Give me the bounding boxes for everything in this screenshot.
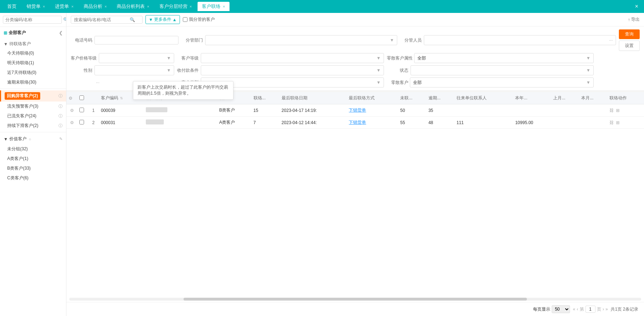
already-churned[interactable]: 已流失客户(24) ⓘ [0, 111, 66, 121]
select-all-checkbox[interactable] [79, 95, 84, 100]
next-page-button[interactable]: › [603, 307, 604, 312]
row-1-checkbox[interactable] [79, 108, 84, 112]
status-select[interactable]: ▼ [411, 65, 594, 75]
tab-home[interactable]: 首页 [3, 2, 21, 11]
my-customers-checkbox[interactable] [183, 17, 187, 22]
col-company-contact: 往来单位联系人 [454, 92, 513, 104]
department-select[interactable]: ▼ [205, 35, 397, 45]
gender-select[interactable]: ▼ [94, 65, 174, 75]
tab-analysis-list[interactable]: 商品分析列表 × [112, 2, 153, 11]
value-customers-group[interactable]: ▼ 价值客户 ○ ✎ [0, 134, 66, 144]
churn-warning[interactable]: 流失预警客户(3) ⓘ [0, 102, 66, 111]
edit-icon[interactable]: ✎ [59, 137, 62, 141]
tab-customer-tier[interactable]: 客户分层经营 × [155, 2, 196, 11]
tab-purchase[interactable]: 进货单 × [51, 2, 78, 11]
first-page-button[interactable]: « [573, 307, 575, 312]
row-2-link-icon[interactable]: ⛓ [610, 120, 614, 125]
col-settings[interactable]: ⚙ [66, 92, 77, 104]
class-c-customers[interactable]: C类客户(6) [0, 173, 66, 183]
tab-analysis[interactable]: 商品分析 × [79, 2, 111, 11]
row-2-checkbox[interactable] [79, 120, 84, 124]
row-1-last-method[interactable]: 下销货单 [347, 104, 398, 117]
ungrouped-customers[interactable]: 未分组(32) [0, 144, 66, 154]
class-b-customers[interactable]: B类客户(33) [0, 164, 66, 173]
current-page-input[interactable]: 1 [585, 306, 596, 313]
row-2-last-method[interactable]: 下销货单 [347, 117, 398, 129]
person-select[interactable]: ··· [424, 35, 616, 45]
class-a-customers[interactable]: A类客户(1) [0, 154, 66, 164]
chevron-down-icon-5: ▼ [167, 68, 171, 73]
today-pending[interactable]: 今天待联络(0) [0, 48, 66, 58]
row-2-contacts: 7 [251, 117, 279, 129]
customer-level-select[interactable]: ▼ [201, 53, 384, 63]
retail-attr-select[interactable]: 全部 ▼ [414, 53, 594, 63]
content-area: 距客户上次交易时长，超过了此客户的平均交易周期的1.5倍，则视为异常。 🔍 ▼ … [66, 13, 644, 316]
more-filters-ellipsis[interactable]: ··· [94, 80, 101, 85]
payment-select[interactable]: ▼ [201, 65, 384, 75]
sort-code-icon: ⇅ [120, 96, 123, 100]
settings-cell-2[interactable]: ⚙ [66, 117, 77, 129]
close-purchase-tab[interactable]: × [71, 4, 73, 9]
per-page-select[interactable]: 20 50 100 200 [552, 305, 570, 313]
per-page-selector: 每页显示 20 50 100 200 [533, 305, 570, 313]
tab-sales[interactable]: 销货单 × [22, 2, 49, 11]
close-customer-contact-tab[interactable]: × [223, 4, 225, 9]
row-2-overdue: 48 [426, 117, 454, 129]
retail-customer-select[interactable]: 全部 ▼ [410, 77, 594, 88]
checkbox-cell-2 [77, 117, 88, 129]
close-analysis-tab[interactable]: × [105, 4, 107, 9]
row-2-grid-icon[interactable]: ⊞ [616, 120, 620, 125]
row-2-last-date: 2023-04-12 14:44: [279, 117, 347, 129]
scroll-thumb[interactable] [184, 298, 527, 301]
row-2-unread: 55 [398, 117, 426, 129]
row-2-num: 2 [88, 117, 99, 129]
close-all-tabs[interactable]: × [632, 3, 641, 10]
row-2-name [144, 117, 217, 129]
chevron-down-icon: ▼ [390, 38, 394, 43]
close-customer-tier-tab[interactable]: × [190, 4, 192, 9]
row-1-num: 1 [88, 104, 99, 117]
last-page-button[interactable]: » [606, 307, 608, 312]
week-pending[interactable]: 近7天待联络(0) [0, 68, 66, 77]
settings-cell-1[interactable]: ⚙ [66, 104, 77, 117]
info-icon: ⓘ [59, 93, 62, 99]
divider-2 [0, 132, 66, 132]
close-analysis-list-tab[interactable]: × [147, 4, 149, 9]
tomorrow-pending[interactable]: 明天待联络(1) [0, 58, 66, 68]
query-button[interactable]: 查询 [619, 29, 640, 39]
export-button[interactable]: ↑ 导出 [628, 16, 640, 23]
phone-input[interactable] [94, 36, 179, 44]
row-1-grid-icon[interactable]: ⊞ [616, 108, 620, 113]
price-level-field: 客户价格等级 ▼ [71, 53, 174, 63]
my-customers-checkbox-wrapper[interactable]: 我分管的客户 [183, 16, 215, 23]
row-1-link-icon[interactable]: ⛓ [610, 108, 614, 113]
horizontal-scrollbar[interactable] [66, 296, 644, 302]
repurchase-anomaly[interactable]: 回购异常客户(2) ⓘ [0, 90, 66, 102]
overdue-no-contact[interactable]: 逾期未联络(30) [0, 77, 66, 87]
row-1-last-date: 2023-04-17 14:19: [279, 104, 347, 117]
chevron-down-icon-6: ▼ [376, 68, 381, 73]
filter-search-input[interactable] [74, 17, 130, 22]
sidebar-search-input[interactable] [3, 16, 62, 24]
settings-button[interactable]: 设置 [619, 41, 640, 51]
filter-search-wrapper: 🔍 [71, 16, 143, 24]
ellipsis-icon: ··· [609, 38, 613, 43]
more-conditions-button[interactable]: ▼ 更多条件 ▲ [145, 15, 180, 24]
row-1-type: B类客户 [217, 104, 251, 117]
close-sales-tab[interactable]: × [43, 4, 45, 9]
filter-bar: 🔍 ▼ 更多条件 ▲ 我分管的客户 ↑ 导出 [66, 13, 644, 27]
customer-level-field: 客户等级 ▼ [177, 53, 384, 63]
declining-customers[interactable]: 持续下滑客户(2) ⓘ [0, 121, 66, 131]
col-action: 联络动作 [607, 92, 644, 104]
filter-row-3: 性别 ▼ 收付款条件 ▼ 状态 [71, 65, 640, 75]
col-this-month: 本月... [579, 92, 607, 104]
sidebar-search-button[interactable]: 🔍 [63, 17, 66, 22]
page-navigation: « ‹ 第 1 页 › » [573, 306, 608, 313]
filter-search-icon[interactable]: 🔍 [130, 17, 135, 22]
price-level-select[interactable]: ▼ [99, 53, 174, 63]
prev-page-button[interactable]: ‹ [577, 307, 578, 312]
info-icon-2: ⓘ [59, 104, 62, 109]
tab-customer-contact[interactable]: 客户联络 × [198, 2, 229, 11]
all-customers-header[interactable]: ⊞ 全部客户 ❮ [0, 27, 66, 39]
pending-contact-group[interactable]: ▼ 待联络客户 [0, 39, 66, 48]
